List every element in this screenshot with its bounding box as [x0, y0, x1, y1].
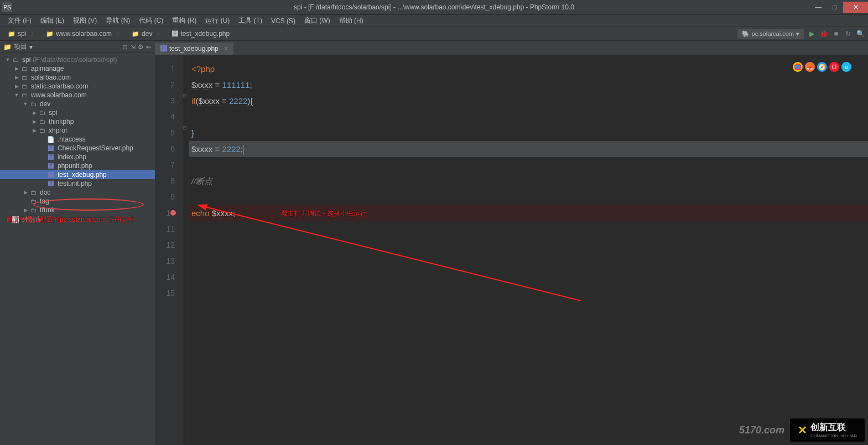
menu-item[interactable]: 编辑 (E): [36, 16, 69, 25]
hide-icon[interactable]: ⇤: [146, 43, 152, 51]
tree-node[interactable]: ▼🗀www.solarbao.com: [0, 91, 155, 100]
line-number[interactable]: 12: [155, 237, 175, 253]
tree-node[interactable]: ▶🗀spi: [0, 108, 155, 117]
menu-item[interactable]: 运行 (U): [201, 16, 234, 25]
code-line[interactable]: if($xxxx = 2222){: [189, 93, 868, 109]
line-number[interactable]: 7: [155, 157, 175, 173]
code-line[interactable]: [189, 189, 868, 205]
update-button[interactable]: ↻: [844, 29, 853, 38]
run-button[interactable]: ▶: [807, 29, 816, 38]
tree-node[interactable]: ▼🗀dev: [0, 100, 155, 108]
tree-node[interactable]: ▶🗀solarbao.com: [0, 73, 155, 82]
close-button[interactable]: ✕: [843, 2, 868, 13]
tree-node[interactable]: 🗀tag: [0, 197, 155, 206]
tree-arrow-icon[interactable]: ▼: [22, 101, 29, 107]
tree-arrow-icon[interactable]: ▶: [13, 83, 20, 89]
target-icon[interactable]: ⊙: [122, 43, 128, 51]
code-line[interactable]: [189, 109, 868, 125]
tree-arrow-icon[interactable]: ▶: [13, 75, 20, 80]
menu-item[interactable]: 文件 (F): [3, 16, 36, 25]
tree-node[interactable]: 📄.htaccess: [0, 135, 155, 144]
line-number[interactable]: 4: [155, 109, 175, 125]
code-line[interactable]: [189, 221, 868, 237]
tree-arrow-icon[interactable]: ▶: [22, 207, 29, 213]
editor-tab[interactable]: 🅿 test_xdebug.php ×: [155, 43, 234, 55]
breadcrumb-item[interactable]: 📁spi: [3, 28, 41, 40]
code-area[interactable]: <?php$xxxx = 111111;if($xxxx = 2222){}$x…: [189, 55, 868, 445]
search-button[interactable]: 🔍: [856, 29, 865, 38]
menu-item[interactable]: 帮助 (H): [335, 16, 368, 25]
chevron-down-icon[interactable]: ▾: [29, 43, 33, 51]
code-line[interactable]: [189, 157, 868, 173]
line-number[interactable]: 14: [155, 269, 175, 285]
safari-icon[interactable]: 🧭: [817, 62, 827, 72]
tree-arrow-icon[interactable]: ▶: [31, 119, 38, 124]
gear-icon[interactable]: ⚙: [138, 43, 144, 51]
run-configuration-selector[interactable]: 🐘 pc.solarcai.com ▾: [737, 29, 804, 39]
tree-node[interactable]: ▶🗀trunk: [0, 206, 155, 214]
chrome-icon[interactable]: [793, 62, 803, 72]
menu-item[interactable]: VCS (S): [267, 17, 300, 25]
tree-node[interactable]: ▶🗀static.solarbao.com: [0, 82, 155, 91]
code-line[interactable]: [189, 285, 868, 301]
menu-item[interactable]: 代码 (C): [134, 16, 168, 25]
line-number[interactable]: 9: [155, 189, 175, 205]
fold-icon[interactable]: ⊟: [183, 125, 187, 130]
line-number-gutter[interactable]: 123456789101112131415: [155, 55, 183, 445]
minimize-button[interactable]: —: [810, 2, 827, 13]
tree-arrow-icon[interactable]: ▼: [4, 57, 11, 62]
tree-node[interactable]: 📊外部库: [0, 214, 155, 225]
code-line[interactable]: <?php: [189, 61, 868, 77]
line-number[interactable]: 2: [155, 77, 175, 93]
tree-arrow-icon[interactable]: ▶: [31, 128, 38, 133]
menu-item[interactable]: 视图 (V): [69, 16, 101, 25]
line-number[interactable]: 5: [155, 125, 175, 141]
breadcrumb-item[interactable]: 📁www.solarbao.com: [41, 28, 127, 40]
tree-node[interactable]: ▶🗀thinkphp: [0, 117, 155, 126]
code-line[interactable]: [189, 269, 868, 285]
menu-item[interactable]: 重构 (R): [168, 16, 201, 25]
stop-button[interactable]: ■: [831, 29, 840, 38]
code-line[interactable]: }: [189, 125, 868, 141]
line-number[interactable]: 11: [155, 221, 175, 237]
breadcrumb-item[interactable]: 🅿test_xdebug.php: [168, 29, 238, 39]
menu-item[interactable]: 窗口 (W): [300, 16, 335, 25]
ie-icon[interactable]: e: [841, 62, 851, 72]
opera-icon[interactable]: O: [829, 62, 839, 72]
fold-icon[interactable]: ⊟: [183, 93, 187, 98]
tree-arrow-icon[interactable]: ▶: [22, 190, 29, 195]
tree-arrow-icon[interactable]: ▼: [13, 92, 20, 98]
line-number[interactable]: 1: [155, 61, 175, 77]
code-line[interactable]: $xxxx = 111111;: [189, 77, 868, 93]
debug-button[interactable]: 🐞: [819, 29, 828, 38]
breadcrumb-item[interactable]: 📁dev: [127, 28, 168, 40]
tree-node[interactable]: 🅿test_xdebug.php: [0, 170, 155, 179]
tree-node[interactable]: ▶🗀xhprof: [0, 126, 155, 135]
line-number[interactable]: 10: [155, 205, 175, 221]
maximize-button[interactable]: □: [827, 2, 843, 13]
line-number[interactable]: 8: [155, 173, 175, 189]
code-line[interactable]: //断点: [189, 173, 868, 189]
tree-arrow-icon[interactable]: ▶: [31, 110, 38, 116]
breakpoint-icon[interactable]: [170, 210, 176, 216]
close-tab-icon[interactable]: ×: [224, 45, 228, 53]
firefox-icon[interactable]: 🦊: [805, 62, 815, 72]
collapse-icon[interactable]: ⇲: [130, 43, 136, 51]
tree-node[interactable]: ▼🗀spi (F:\data\htdocs\solarbao\spi): [0, 55, 155, 64]
tree-arrow-icon[interactable]: ▶: [13, 66, 20, 71]
line-number[interactable]: 6: [155, 141, 175, 157]
tree-node[interactable]: 🅿CheckRequestServer.php: [0, 144, 155, 153]
tree-node[interactable]: 🅿testunit.php: [0, 179, 155, 188]
line-number[interactable]: 13: [155, 253, 175, 269]
line-number[interactable]: 3: [155, 93, 175, 109]
line-number[interactable]: 15: [155, 285, 175, 301]
menu-item[interactable]: 导航 (N): [101, 16, 134, 25]
tree-node[interactable]: ▶🗀apimanage: [0, 64, 155, 73]
project-tree[interactable]: ▼🗀spi (F:\data\htdocs\solarbao\spi)▶🗀api…: [0, 53, 155, 445]
code-line[interactable]: [189, 237, 868, 253]
tree-node[interactable]: ▶🗀doc: [0, 188, 155, 197]
tree-node[interactable]: 🅿phpunit.php: [0, 161, 155, 170]
code-line[interactable]: echo $xxxx;: [189, 205, 868, 221]
code-line[interactable]: [189, 253, 868, 269]
tree-node[interactable]: 🅿index.php: [0, 153, 155, 161]
